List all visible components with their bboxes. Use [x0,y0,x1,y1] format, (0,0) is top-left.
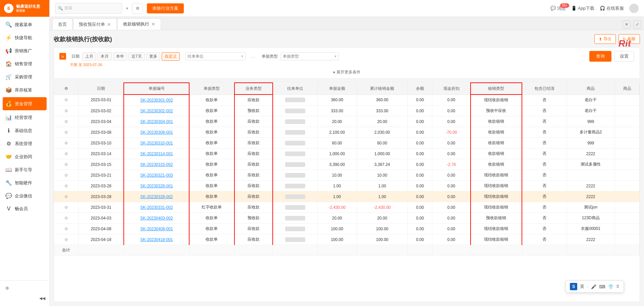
cell-date: 2023-04-18 [78,234,124,245]
sidebar-item-搜索菜单[interactable]: 🔍搜索菜单 [0,18,49,31]
doc-no-link[interactable]: SK-20230308-001 [140,130,173,135]
sidebar-settings-btn[interactable]: ⚙ [0,283,49,293]
cell-goods2 [615,116,640,127]
page-title: 收款核销执行(按收款) [54,35,112,43]
ime-mic-btn[interactable]: 🎤 [591,284,596,289]
doc-no-link[interactable]: SK-20230315-002 [140,162,173,167]
counterparty-input[interactable] [187,53,240,60]
ime-dot-btn[interactable]: · [587,284,588,289]
cell-doc_no: SK-20230310-001 [124,138,189,148]
app-download-btn[interactable]: 📱 App下载 [571,5,594,11]
date-filter-btn-4[interactable]: 更多 [146,52,160,61]
cell-cash_discount: -70.00 [432,127,471,138]
expand-more-button[interactable]: ▾ 展开更多条件 [333,69,361,75]
cell-balance: 0.00 [408,191,432,202]
sidebar-item-资金管理[interactable]: 💰资金管理 [3,97,47,110]
ime-lang-btn[interactable]: 英 [580,284,584,290]
topbar: 🔍 搜索 ▾ ⚙ 体验行业方案 💬 消息 99+ 📱 App下载 🎧 在线客服 [50,0,644,17]
doc-no-link[interactable]: SK-20230408-001 [140,227,173,231]
tab-close-icon[interactable]: ✕ [107,22,111,27]
cell-biz_type: 应收款 [234,202,273,213]
table-wrapper[interactable]: ⚙日期单据编号单据类型业务类型往来单位单据金额累计核销金额余额现金折扣核销类型包… [54,82,640,302]
tabbar-expand-btn[interactable]: ⤢ [633,20,641,28]
sidebar-item-销售管理[interactable]: 🏠销售管理 [0,57,49,70]
date-filter-btn-1[interactable]: 本月 [98,52,112,61]
messages-btn[interactable]: 💬 消息 99+ [550,5,566,11]
user-avatar[interactable] [629,4,639,13]
sidebar-item-系统管理[interactable]: ⚙系统管理 [0,137,49,150]
sidebar-item-畅会员[interactable]: V畅会员 [0,202,49,215]
doc-no-link[interactable]: SK-20230403-002 [140,216,173,221]
sidebar-item-企业微信[interactable]: 💬企业微信 [0,189,49,202]
settings-button[interactable]: 设置 [614,51,634,62]
solution-button[interactable]: 体验行业方案 [147,3,184,13]
sidebar-item-智能硬件[interactable]: 🔧智能硬件 [0,176,49,189]
doc-no-link[interactable]: SK-20230302-002 [140,109,173,113]
date-filter-btn-0[interactable]: 上月 [82,52,96,61]
ime-keyboard-btn[interactable]: ⌨ [599,284,605,289]
filter-collapse-btn[interactable]: » [59,53,66,60]
doc-type-input[interactable] [283,53,333,60]
cell-cash_discount: -2.76 [432,159,471,170]
cell-goods2 [615,127,640,138]
sidebar-label: 经营管理 [15,115,32,121]
doc-no-link[interactable]: SK-20230321-003 [140,173,173,178]
sidebar-item-库存核算[interactable]: 📦库存核算 [0,83,49,97]
sidebar-item-经营管理[interactable]: 📊经营管理 [0,111,49,124]
cell-include_settled: 否 [522,224,567,234]
cell-date: 2023-03-08 [78,127,124,138]
tabbar-close-all-btn[interactable]: ✕ [623,20,631,28]
doc-no-link[interactable]: SK-20230418-001 [140,237,173,242]
headset-icon: 🎧 [600,6,605,11]
sidebar-item-基础信息[interactable]: ℹ基础信息 [0,124,49,137]
ime-more-btn[interactable]: ⠿ [616,284,620,289]
topbar-gear-btn[interactable]: ⚙ [132,3,143,14]
sidebar-item-企业协同[interactable]: 🤝企业协同 [0,150,49,163]
cell-counterparty: ███████ [273,138,317,148]
doc-no-link[interactable]: SK-20230310-001 [140,141,173,145]
cell-date: 2023-03-28 [78,181,124,191]
sidebar-icon: 💬 [5,193,12,199]
sidebar-collapse-btn[interactable]: ◀◀ [0,293,49,303]
sidebar-item-快捷导航[interactable]: ⚡快捷导航 [0,31,49,44]
cell-doc_type: 收款单 [189,148,234,159]
counterparty-blurred: ███████ [285,237,305,242]
cell-amount: 20.00 [317,213,357,224]
tab-0[interactable]: 首页 [52,18,72,30]
cell-counterparty: ███████ [273,127,317,138]
refresh-button[interactable]: ↻ 刷新 [619,34,640,44]
search-icon: 🔍 [58,6,63,11]
date-custom-btn[interactable]: 自定义 [162,52,180,61]
sidebar-icon: V [5,206,12,212]
doc-no-link[interactable]: SK-20230328-001 [140,184,173,188]
date-filter-btn-3[interactable]: 近7天 [128,52,145,61]
cell-cancel_type: 收款核销 [471,116,522,127]
tab-close-icon[interactable]: ✕ [151,22,155,26]
cell-doc_no: SK-20230315-002 [124,159,189,170]
cell-cancel_type: 预收款核销 [471,213,522,224]
query-button[interactable]: 查询 [589,51,611,62]
export-button[interactable]: ⬆ 导出 [594,34,616,44]
tab-1[interactable]: 预收预应付单✕ [73,18,117,30]
sidebar-item-新手引导[interactable]: 📖新手引导 [0,163,49,176]
doc-no-link[interactable]: SK-20230301-002 [140,98,173,103]
cell-goods: 老白干 [567,95,614,106]
online-service-btn[interactable]: 🎧 在线客服 [600,5,624,11]
table-row: ⚙2023-03-15SK-20230315-002收款单应收款███████3… [54,159,640,170]
topbar-search-box[interactable]: 🔍 搜索 [55,3,122,14]
doc-no-link[interactable]: SK-20230331-002 [140,205,173,210]
date-range-display: 不限 至 2023-07-26 [70,63,102,67]
cell-balance: 0.00 [408,181,432,191]
doc-no-link[interactable]: SK-20230314-001 [140,151,173,156]
doc-no-link[interactable]: SK-20230328-002 [140,194,173,199]
cell-doc_type: 收款单 [189,224,234,234]
ime-shirt-btn[interactable]: 👕 [608,284,613,289]
footer-cell-acc_amount [357,245,408,256]
date-filter-btn-2[interactable]: 本年 [113,52,127,61]
doc-no-link[interactable]: SK-20230304-001 [140,119,173,124]
sidebar-item-采购管理[interactable]: 🛒采购管理 [0,70,49,83]
sidebar-item-营销推广[interactable]: 📢营销推广 [0,44,49,57]
tab-2[interactable]: 收款核销执行✕ [117,18,161,30]
cell-cash_discount: 0.00 [432,181,471,191]
cell-goods: 衣服00001 [567,224,614,234]
